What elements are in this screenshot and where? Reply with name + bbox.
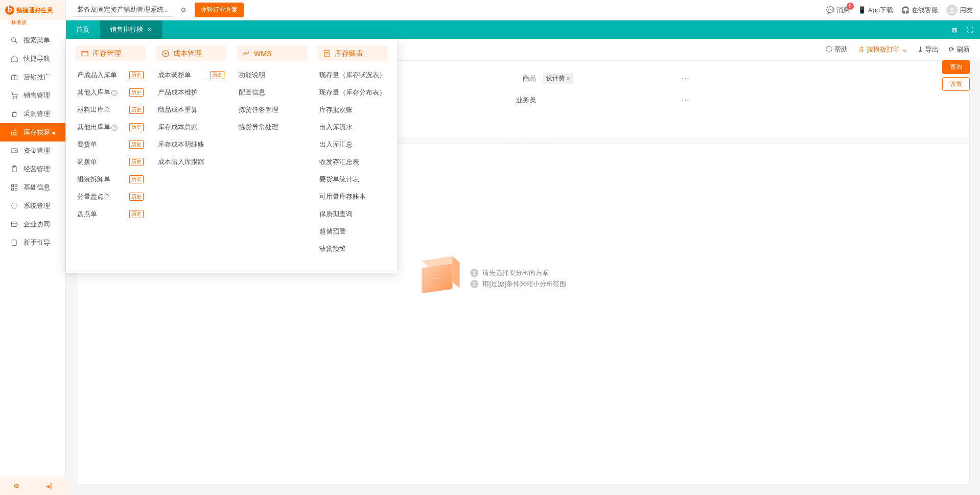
clipboard-icon — [10, 165, 18, 173]
mega-item-label: 要货单 — [77, 140, 97, 149]
sidebar-item-9[interactable]: 系统管理 — [0, 197, 65, 215]
mega-item-0-6[interactable]: 组装拆卸单历史 — [75, 171, 146, 188]
fullscreen-icon[interactable]: ⛶ — [965, 25, 975, 35]
mega-item-1-3[interactable]: 库存成本总账 — [156, 119, 226, 136]
mega-item-0-4[interactable]: 要货单历史 — [75, 136, 146, 153]
history-badge: 历史 — [129, 123, 144, 131]
history-badge: 历史 — [129, 193, 144, 201]
history-badge: 历史 — [129, 88, 144, 97]
mega-item-3-4[interactable]: 出入库汇总 — [317, 136, 388, 153]
mega-item-3-10[interactable]: 缺货预警 — [317, 240, 388, 257]
search-icon — [10, 36, 18, 44]
sidebar-item-label: 搜索菜单 — [24, 36, 50, 45]
mega-item-3-7[interactable]: 可用量库存账本 — [317, 188, 388, 205]
mega-item-3-0[interactable]: 现存量（库存状况表） — [317, 66, 388, 84]
mega-item-3-8[interactable]: 保质期查询 — [317, 205, 388, 223]
mega-item-0-1[interactable]: 其他入库单?历史 — [75, 84, 146, 101]
info-icon: ? — [111, 125, 118, 131]
mega-item-label: 出入库流水 — [319, 123, 353, 132]
experience-plan-button[interactable]: 体验行业方案 — [195, 3, 244, 17]
mega-item-label: 缺货预警 — [319, 244, 346, 253]
mega-item-2-3[interactable]: 拣货异常处理 — [237, 119, 307, 136]
mega-item-1-1[interactable]: 产品成本维护 — [156, 84, 226, 101]
sidebar-item-10[interactable]: 企业协同 — [0, 215, 65, 233]
sidebar-item-2[interactable]: 营销推广 — [0, 68, 65, 86]
mega-item-2-1[interactable]: 配置信息 — [237, 84, 307, 101]
system-select[interactable]: 装备及固定资产辅助管理系统 ⌄ — [73, 3, 173, 17]
mega-item-label: 要货单统计表 — [319, 175, 359, 184]
mega-item-3-1[interactable]: 现存量（库存分布表） — [317, 84, 388, 101]
sidebar-item-label: 企业协同 — [24, 220, 50, 229]
export-link[interactable]: ⤓ 导出 — [918, 45, 939, 54]
mega-item-3-9[interactable]: 超储预警 — [317, 223, 388, 240]
header-gear-icon[interactable]: ⚙ — [178, 4, 189, 16]
help-icon: ⓘ — [826, 45, 832, 54]
mega-item-1-5[interactable]: 成本出入库跟踪 — [156, 153, 226, 171]
mega-item-2-0[interactable]: 功能说明 — [237, 66, 307, 84]
step-1-text: 请先选择要分析的方案 — [482, 268, 549, 277]
query-button[interactable]: 查询 — [942, 60, 970, 74]
mega-item-3-6[interactable]: 要货单统计表 — [317, 171, 388, 188]
settings-button[interactable]: 设置 — [942, 77, 970, 91]
svg-point-0 — [12, 38, 16, 42]
filter-salesperson-input[interactable] — [541, 98, 689, 103]
settings-gear-icon[interactable]: ⚙ — [0, 482, 33, 490]
help-link[interactable]: ⓘ 帮助 — [826, 45, 848, 54]
mega-item-1-4[interactable]: 库存成本明细账 — [156, 136, 226, 153]
mega-item-label: 其他出库单? — [77, 123, 118, 132]
user-menu[interactable]: 用友 — [946, 5, 973, 16]
sidebar-item-3[interactable]: 销售管理 — [0, 86, 65, 105]
gift-icon — [10, 73, 18, 81]
mega-item-label: 库存批次账 — [319, 105, 353, 114]
mega-item-3-5[interactable]: 收发存汇总表 — [317, 153, 388, 171]
refresh-link[interactable]: ⟳ 刷新 — [949, 45, 970, 54]
mega-item-0-2[interactable]: 材料出库单历史 — [75, 101, 146, 119]
sidebar-item-7[interactable]: 经营管理 — [0, 160, 65, 178]
mega-item-0-7[interactable]: 分量盘点单历史 — [75, 188, 146, 205]
svg-point-5 — [16, 98, 17, 99]
window-icon — [10, 220, 18, 228]
tab-close-icon[interactable]: ✕ — [147, 26, 152, 33]
sidebar-item-11[interactable]: 新手引导 — [0, 233, 65, 252]
mega-item-3-3[interactable]: 出入库流水 — [317, 119, 388, 136]
tag-remove-icon[interactable]: × — [567, 75, 570, 82]
mega-column-1: 成本管理成本调整单历史产品成本维护商品成本重算库存成本总账库存成本明细账成本出入… — [151, 46, 231, 257]
svg-line-1 — [15, 41, 17, 43]
mega-item-1-0[interactable]: 成本调整单历史 — [156, 66, 226, 84]
online-service-button[interactable]: 🎧 在线客服 — [901, 6, 938, 15]
mega-header-2: WMS — [237, 46, 307, 61]
mega-item-label: 可用量库存账本 — [319, 192, 366, 201]
app-download-button[interactable]: 📱 App下载 — [858, 6, 893, 15]
export-icon: ⤓ — [918, 45, 923, 53]
mega-item-label: 超储预警 — [319, 227, 346, 236]
mega-item-0-8[interactable]: 盘点单历史 — [75, 205, 146, 223]
sidebar-item-0[interactable]: 搜索菜单 — [0, 31, 65, 50]
tab-sales-ranking[interactable]: 销售排行榜 ✕ — [100, 20, 162, 39]
sidebar-collapse-icon[interactable]: ◂∥ — [33, 482, 66, 490]
filter-product-tag[interactable]: 设计费 × — [543, 73, 573, 84]
mega-item-0-0[interactable]: 产成品入库单历史 — [75, 66, 146, 84]
sidebar-item-4[interactable]: 采购管理 — [0, 105, 65, 123]
tab-home[interactable]: 首页 — [66, 20, 100, 39]
sidebar-item-8[interactable]: 基础信息 — [0, 178, 65, 197]
mega-item-0-5[interactable]: 调拨单历史 — [75, 153, 146, 171]
filter-product-input[interactable]: 设计费 × — [541, 71, 689, 86]
messages-button[interactable]: 💬 消息 6 — [826, 6, 850, 15]
mega-column-0: 库存管理产成品入库单历史其他入库单?历史材料出库单历史其他出库单?历史要货单历史… — [70, 46, 151, 257]
sidebar-item-1[interactable]: 快捷导航 — [0, 50, 65, 68]
refresh-label: 刷新 — [956, 45, 970, 54]
mega-item-1-2[interactable]: 商品成本重算 — [156, 101, 226, 119]
history-badge: 历史 — [129, 71, 144, 79]
sidebar-item-6[interactable]: 资金管理 — [0, 142, 65, 160]
sidebar-footer: ⚙ ◂∥ — [0, 477, 66, 495]
mega-item-0-3[interactable]: 其他出库单?历史 — [75, 119, 146, 136]
tab-close-all-icon[interactable]: ⊠ — [949, 25, 960, 35]
print-template-link[interactable]: 🖨 按模板打印 ⌄ — [858, 45, 907, 54]
sidebar-item-5[interactable]: 库存核算◂ — [0, 123, 65, 142]
svg-point-18 — [951, 8, 953, 10]
dashed-icon — [10, 202, 18, 210]
mega-item-3-2[interactable]: 库存批次账 — [317, 101, 388, 119]
tab-sales-ranking-label: 销售排行榜 — [110, 25, 143, 34]
sidebar: 畅捷通好生意 标准版 搜索菜单快捷导航营销推广销售管理采购管理库存核算◂资金管理… — [0, 0, 66, 495]
mega-item-2-2[interactable]: 拣货任务管理 — [237, 101, 307, 119]
